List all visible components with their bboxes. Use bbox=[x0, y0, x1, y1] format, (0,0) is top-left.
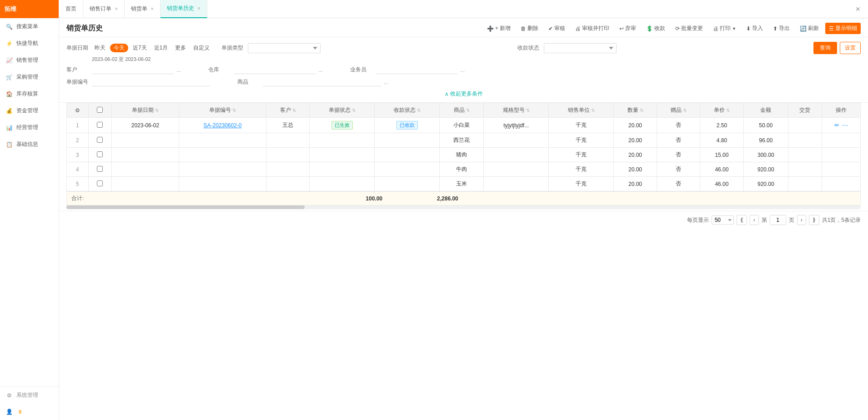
next-page-button[interactable]: › bbox=[797, 215, 806, 225]
first-page-button[interactable]: ⟪ bbox=[737, 215, 747, 225]
cell-checkbox[interactable] bbox=[88, 162, 112, 177]
col-delivery[interactable]: 交货 bbox=[788, 103, 822, 118]
staff-input[interactable] bbox=[376, 65, 457, 74]
filter-staff: 业务员 ... bbox=[350, 65, 465, 74]
col-settings[interactable]: ⚙ bbox=[67, 103, 89, 118]
sidebar-item-finance[interactable]: 💰 资金管理 bbox=[0, 102, 59, 119]
cell-delivery bbox=[788, 162, 822, 177]
col-doc-status[interactable]: 单据状态⇅ bbox=[310, 103, 375, 118]
cell-checkbox[interactable] bbox=[88, 118, 112, 133]
row-checkbox[interactable] bbox=[97, 180, 103, 186]
goods-input[interactable] bbox=[263, 78, 381, 86]
cell-goods: 牛肉 bbox=[440, 162, 484, 177]
chip-today[interactable]: 今天 bbox=[110, 44, 128, 52]
staff-dots[interactable]: ... bbox=[460, 67, 465, 73]
footer-amount: 2,286.00 bbox=[437, 195, 458, 202]
col-qty[interactable]: 数量⇅ bbox=[613, 103, 657, 118]
filter-payment-status: 收款状态 bbox=[517, 43, 804, 53]
warehouse-input[interactable] bbox=[234, 65, 316, 74]
sidebar-item-operations[interactable]: 📊 经营管理 bbox=[0, 119, 59, 136]
tab-close-sales-order[interactable]: × bbox=[115, 6, 118, 11]
col-goods[interactable]: 商品⇅ bbox=[440, 103, 484, 118]
cell-checkbox[interactable] bbox=[88, 133, 112, 148]
sidebar-item-basic-info[interactable]: 📋 基础信息 bbox=[0, 136, 59, 153]
more-icon[interactable]: ⋯ bbox=[842, 122, 848, 129]
col-amount[interactable]: 金额 bbox=[743, 103, 788, 118]
cell-actions bbox=[822, 133, 860, 148]
delete-button[interactable]: 🗑 删除 bbox=[517, 23, 542, 34]
warehouse-dots[interactable]: ... bbox=[318, 67, 323, 73]
date-chips: 昨天 今天 近7天 近1月 更多 自定义 bbox=[92, 44, 212, 52]
refresh-button[interactable]: 🔄 刷新 bbox=[796, 23, 823, 34]
sidebar-item-user[interactable]: 👤 ⏸ bbox=[0, 404, 59, 420]
tab-close-sales-history[interactable]: × bbox=[198, 6, 201, 11]
col-doc-no[interactable]: 单据编号⇅ bbox=[179, 103, 266, 118]
col-payment-status[interactable]: 收款状态⇅ bbox=[375, 103, 440, 118]
sidebar-item-purchase[interactable]: 🛒 采购管理 bbox=[0, 69, 59, 85]
col-spec[interactable]: 规格型号⇅ bbox=[484, 103, 549, 118]
cell-docno[interactable]: SA-20230602-0 bbox=[179, 118, 266, 133]
col-unit[interactable]: 销售单位⇅ bbox=[549, 103, 614, 118]
sidebar-item-system[interactable]: ⚙ 系统管理 bbox=[0, 387, 59, 404]
export-button[interactable]: ⬆ 导出 bbox=[769, 23, 793, 34]
col-price[interactable]: 单价⇅ bbox=[700, 103, 743, 118]
show-detail-button[interactable]: ☰ 显示明细 bbox=[825, 23, 861, 34]
collapse-button[interactable]: ∧ 收起更多条件 bbox=[66, 90, 861, 98]
new-button[interactable]: ➕ + 新增 bbox=[483, 23, 514, 34]
print-icon: 🖨 bbox=[713, 25, 718, 32]
doc-no-input[interactable] bbox=[92, 78, 210, 86]
import-button[interactable]: ⬇ 导入 bbox=[743, 23, 767, 34]
sidebar-item-search-menu[interactable]: 🔍 搜索菜单 bbox=[0, 18, 59, 35]
row-checkbox[interactable] bbox=[97, 151, 103, 157]
window-close-button[interactable]: ✕ bbox=[852, 5, 864, 13]
audit-button[interactable]: ✔ 审核 bbox=[545, 23, 569, 34]
goods-dots[interactable]: ... bbox=[384, 79, 388, 85]
tab-close-sales-delivery[interactable]: × bbox=[151, 6, 154, 11]
last-page-button[interactable]: ⟫ bbox=[809, 215, 819, 225]
tab-sales-history[interactable]: 销货单历史 × bbox=[161, 0, 207, 18]
cell-seq: 5 bbox=[67, 177, 89, 191]
tab-sales-order[interactable]: 销售订单 × bbox=[83, 0, 125, 18]
row-checkbox[interactable] bbox=[97, 166, 103, 172]
chip-yesterday[interactable]: 昨天 bbox=[92, 44, 108, 52]
tab-sales-delivery[interactable]: 销货单 × bbox=[125, 0, 161, 18]
import-icon: ⬇ bbox=[746, 25, 751, 32]
payment-status-select[interactable] bbox=[544, 43, 617, 53]
horizontal-scrollbar[interactable] bbox=[59, 205, 868, 211]
col-checkbox[interactable] bbox=[88, 103, 112, 118]
page-number-input[interactable] bbox=[770, 215, 786, 225]
customer-dots[interactable]: ... bbox=[176, 67, 181, 73]
chip-1month[interactable]: 近1月 bbox=[151, 44, 171, 52]
chip-custom[interactable]: 自定义 bbox=[191, 44, 212, 52]
print-button[interactable]: 🖨 打印 ▼ bbox=[709, 23, 740, 34]
row-checkbox[interactable] bbox=[97, 122, 103, 128]
chip-more[interactable]: 更多 bbox=[172, 44, 189, 52]
col-customer[interactable]: 客户⇅ bbox=[266, 103, 310, 118]
chip-7days[interactable]: 近7天 bbox=[130, 44, 150, 52]
col-gift[interactable]: 赠品⇅ bbox=[657, 103, 700, 118]
sidebar-item-inventory[interactable]: 🏠 库存核算 bbox=[0, 85, 59, 102]
collect-button[interactable]: 💲 收款 bbox=[642, 23, 669, 34]
doc-no-link[interactable]: SA-20230602-0 bbox=[203, 122, 241, 129]
per-page-select[interactable]: 50 100 200 bbox=[712, 215, 734, 225]
batch-change-button[interactable]: ⟳ 批量变更 bbox=[672, 23, 707, 34]
sidebar-item-quick-nav[interactable]: ⚡ 快捷导航 bbox=[0, 35, 59, 52]
select-all-checkbox[interactable] bbox=[97, 107, 103, 113]
tab-home[interactable]: 首页 bbox=[59, 0, 83, 18]
settings-button[interactable]: 设置 bbox=[840, 42, 861, 54]
customer-input[interactable] bbox=[92, 65, 174, 74]
row-checkbox[interactable] bbox=[97, 137, 103, 143]
sidebar-item-sales[interactable]: 📈 销售管理 bbox=[0, 52, 59, 69]
sidebar-item-label: 资金管理 bbox=[16, 107, 38, 115]
cell-checkbox[interactable] bbox=[88, 148, 112, 162]
query-button[interactable]: 查询 bbox=[813, 42, 837, 54]
cell-checkbox[interactable] bbox=[88, 177, 112, 191]
audit-print-button[interactable]: 🖨 审核并打印 bbox=[572, 23, 613, 34]
cell-goods: 猪肉 bbox=[440, 148, 484, 162]
doc-type-select[interactable] bbox=[248, 43, 321, 53]
prev-page-button[interactable]: ‹ bbox=[750, 215, 759, 225]
abandon-button[interactable]: ↩ 弃审 bbox=[616, 23, 640, 34]
col-date[interactable]: 单据日期⇅ bbox=[112, 103, 179, 118]
cell-actions[interactable]: ✏⋯ bbox=[822, 118, 860, 133]
edit-icon[interactable]: ✏ bbox=[834, 122, 839, 129]
